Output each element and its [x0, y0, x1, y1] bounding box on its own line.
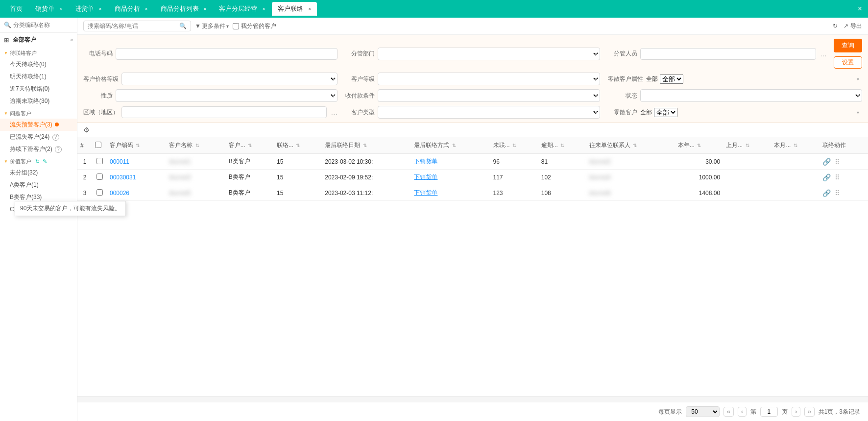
select-all-checkbox[interactable] — [95, 142, 101, 148]
cell-last-method-1[interactable]: 下销货单 — [411, 170, 490, 185]
action-link-icon-1[interactable]: 🔗 — [822, 173, 831, 181]
col-header-code[interactable]: 客户编码 ⇅ — [107, 137, 166, 154]
scatter-attr-chevron: ▾ — [857, 76, 859, 82]
content-area: 🔍 ▼ 更多条件 ▾ 我分管的客户 ↻ ↗ 导出 电话号码 — [77, 18, 868, 421]
sidebar-item-tomorrow-contact[interactable]: 明天待联络(1) — [0, 71, 77, 83]
row-checkbox-0[interactable] — [96, 158, 103, 164]
filter-phone: 电话号码 — [83, 39, 338, 69]
tab-customer-tier[interactable]: 客户分层经营 × — [213, 2, 271, 16]
cell-unit-contact-0: blurred2 — [586, 154, 675, 170]
search-button[interactable]: 🔍 — [179, 23, 187, 29]
tab-customer-contact[interactable]: 客户联络 × — [272, 2, 317, 16]
manager-more-icon[interactable]: … — [820, 50, 827, 58]
action-link-icon-2[interactable]: 🔗 — [822, 189, 831, 197]
all-customers-header[interactable]: ⊞ 全部客户 « — [0, 33, 77, 47]
filter-region-input[interactable] — [121, 106, 327, 118]
total-records-label: 共1页，3条记录 — [819, 408, 860, 416]
tab-analysis-list[interactable]: 商品分析列表 × — [155, 2, 213, 16]
action-link-icon-0[interactable]: 🔗 — [822, 158, 831, 166]
col-header-contact[interactable]: 联络... ⇅ — [274, 137, 322, 154]
col-header-last-month[interactable]: 上月... ⇅ — [723, 137, 771, 154]
settings-button[interactable]: 设置 — [834, 56, 862, 69]
triangle-icon3: ▼ — [4, 159, 8, 164]
tab-analysis-list-close[interactable]: × — [204, 6, 207, 12]
sidebar-item-churned[interactable]: 已流失客户(24) ? — [0, 131, 77, 143]
filter-phone-label: 电话号码 — [83, 50, 113, 58]
action-more-icon-0[interactable]: ⠿ — [835, 158, 840, 166]
tab-sales[interactable]: 销货单 × — [29, 2, 68, 16]
horizontal-scrollbar[interactable] — [77, 396, 868, 402]
refresh-value-icon[interactable]: ↻ — [35, 158, 40, 165]
col-header-overdue[interactable]: 逾期... ⇅ — [538, 137, 586, 154]
sidebar-item-churn-warning[interactable]: 流失预警客户(3) — [0, 119, 77, 131]
advanced-filters: 电话号码 分管部门 ▾ 分管人员 … 查询 — [77, 35, 868, 123]
sidebar-item-churn-warning-label: 流失预警客户(3) — [10, 121, 52, 128]
window-close-button[interactable]: × — [856, 2, 864, 15]
filter-price-level-select[interactable] — [121, 73, 338, 85]
sidebar-item-today-contact[interactable]: 今天待联络(0) — [0, 58, 77, 71]
more-conditions-button[interactable]: ▼ 更多条件 ▾ — [195, 22, 229, 30]
next-page-button[interactable]: › — [792, 407, 800, 417]
sidebar-item-declining[interactable]: 持续下滑客户(2) ? — [0, 143, 77, 155]
tab-purchase-close[interactable]: × — [99, 6, 102, 12]
sidebar-item-a-class[interactable]: A类客户(1) — [0, 179, 77, 191]
data-table-wrap[interactable]: # 客户编码 ⇅ 客户名称 ⇅ 客户... — [77, 137, 868, 396]
filter-payment-select[interactable] — [378, 89, 600, 102]
tab-analysis[interactable]: 商品分析 × — [109, 2, 154, 16]
tab-customer-contact-close[interactable]: × — [308, 6, 311, 12]
row-checkbox-1[interactable] — [96, 173, 103, 180]
edit-value-icon[interactable]: ✎ — [43, 158, 47, 165]
filter-customer-level-select[interactable] — [378, 73, 600, 85]
action-more-icon-1[interactable]: ⠿ — [835, 173, 840, 181]
tooltip-text: 90天未交易的客户，可能有流失风险。 — [20, 205, 77, 212]
my-customers-checkbox[interactable] — [233, 23, 239, 29]
col-header-this-month[interactable]: 本月... ⇅ — [771, 137, 819, 154]
tab-home[interactable]: 首页 — [4, 2, 28, 16]
last-page-button[interactable]: » — [804, 407, 815, 417]
export-button[interactable]: ↻ ↗ 导出 — [833, 22, 862, 30]
sidebar-item-ungroup[interactable]: 未分组(32) — [0, 167, 77, 179]
scatter-attr-select[interactable]: 全部 — [660, 74, 683, 84]
col-header-last-date[interactable]: 最后联络日期 ⇅ — [322, 137, 411, 154]
row-checkbox-2[interactable] — [96, 189, 103, 196]
col-header-uncontact[interactable]: 未联... ⇅ — [490, 137, 538, 154]
sidebar-item-7days-contact[interactable]: 近7天待联络(0) — [0, 83, 77, 95]
filter-manager-input[interactable] — [640, 48, 816, 60]
tab-customer-tier-close[interactable]: × — [262, 6, 265, 12]
tab-purchase[interactable]: 进货单 × — [69, 2, 108, 16]
col-header-this-year[interactable]: 本年... ⇅ — [675, 137, 723, 154]
col-header-type[interactable]: 客户... ⇅ — [226, 137, 274, 154]
sidebar-item-declining-label: 持续下滑客户(2) — [10, 146, 52, 152]
query-button[interactable]: 查询 — [834, 39, 862, 52]
filter-customer-type-select[interactable] — [378, 106, 600, 119]
search-input[interactable] — [88, 23, 179, 29]
tab-analysis-close[interactable]: × — [145, 6, 148, 12]
region-more-icon[interactable]: … — [331, 108, 338, 116]
prev-page-button[interactable]: ‹ — [738, 407, 747, 417]
first-page-button[interactable]: « — [723, 407, 734, 417]
tab-analysis-list-label: 商品分析列表 — [161, 4, 199, 13]
cell-last-method-0[interactable]: 下销货单 — [411, 154, 490, 170]
col-header-last-method[interactable]: 最后联络方式 ⇅ — [411, 137, 490, 154]
filter-region: 区域（地区） … — [83, 106, 338, 119]
tab-sales-close[interactable]: × — [59, 6, 62, 12]
filter-nature-select[interactable] — [116, 89, 338, 102]
sidebar-search-icon: 🔍 — [4, 22, 11, 28]
col-name-sort-icon: ⇅ — [195, 143, 199, 148]
action-more-icon-2[interactable]: ⠿ — [835, 189, 840, 197]
cell-checkbox-1 — [92, 170, 107, 185]
col-header-name[interactable]: 客户名称 ⇅ — [166, 137, 225, 154]
sidebar-item-a-class-label: A类客户(1) — [10, 181, 39, 188]
scatter-customer-select[interactable]: 全部 — [654, 108, 677, 117]
cell-num-0: 1 — [77, 154, 92, 170]
current-page-input[interactable] — [760, 407, 778, 417]
sidebar-item-overdue-contact[interactable]: 逾期未联络(30) — [0, 95, 77, 107]
filter-phone-input[interactable] — [116, 48, 338, 60]
per-page-select[interactable]: 50 100 200 — [686, 406, 720, 417]
table-settings-gear-icon[interactable]: ⚙ — [83, 126, 90, 134]
cell-last-method-2[interactable]: 下销货单 — [411, 185, 490, 201]
filter-status-select[interactable] — [640, 89, 862, 102]
sidebar-search-input[interactable] — [13, 22, 73, 28]
filter-dept-select[interactable] — [378, 48, 600, 60]
col-header-unit-contact[interactable]: 往来单位联系人 ⇅ — [586, 137, 675, 154]
